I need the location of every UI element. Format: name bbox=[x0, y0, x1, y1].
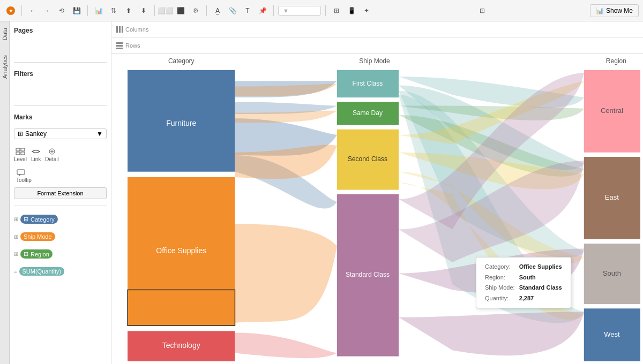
cursor-icon: ↖ bbox=[479, 283, 485, 291]
tooltip-icon-row: Tooltip bbox=[16, 169, 107, 183]
chart-type-button[interactable]: 📊 bbox=[92, 4, 105, 17]
highlight-button[interactable]: A̲ bbox=[211, 4, 224, 17]
swap-button[interactable]: ⇅ bbox=[107, 4, 120, 17]
pages-area bbox=[14, 40, 107, 56]
pages-title: Pages bbox=[14, 26, 107, 35]
show-me-button[interactable]: 📊 Show Me bbox=[590, 4, 639, 17]
marks-type-dropdown[interactable]: ⊞ Sankey ▼ bbox=[14, 128, 107, 139]
sankey-icon: ⊞ bbox=[18, 130, 23, 138]
sidebar-tabs: Data Analytics bbox=[0, 21, 10, 364]
marks-icons-group: Level Link Detail bbox=[14, 148, 107, 162]
svg-rect-4 bbox=[21, 148, 25, 151]
sep1 bbox=[21, 5, 22, 16]
svg-rect-2 bbox=[16, 148, 20, 151]
svg-text:✦: ✦ bbox=[9, 8, 13, 14]
annotation-button[interactable]: 📎 bbox=[226, 4, 239, 17]
pin-button[interactable]: 📌 bbox=[256, 4, 269, 17]
back-button[interactable]: ← bbox=[26, 4, 39, 17]
dropdown-arrow: ▼ bbox=[96, 130, 103, 138]
flow-standard-west bbox=[399, 312, 584, 355]
tooltip-button[interactable]: Tooltip bbox=[16, 169, 107, 183]
ship-mode-pill-icon: ⊞ bbox=[14, 234, 18, 240]
region-pill-label: Region bbox=[31, 251, 49, 257]
rows-text: Rows bbox=[125, 42, 140, 49]
link-button[interactable]: Link bbox=[31, 148, 41, 162]
text-button[interactable]: T bbox=[241, 4, 254, 17]
layout-button[interactable]: ⬛ bbox=[174, 4, 187, 17]
region-pill-cross: ⊞ bbox=[24, 251, 28, 257]
svg-rect-11 bbox=[116, 26, 118, 33]
flow-office-standard-class bbox=[235, 224, 337, 323]
columns-shelf: Columns bbox=[111, 21, 643, 37]
marks-title: Marks bbox=[14, 112, 107, 122]
format-extension-button[interactable]: Format Extension bbox=[14, 187, 107, 199]
west-label: West bbox=[604, 330, 620, 338]
main-layout: Data Analytics Pages Filters Marks ⊞ San… bbox=[0, 21, 643, 364]
filters-title: Filters bbox=[14, 69, 107, 79]
svg-marker-10 bbox=[19, 175, 20, 176]
divider2 bbox=[14, 105, 107, 106]
svg-rect-13 bbox=[122, 26, 123, 33]
filters-area bbox=[14, 83, 107, 99]
rows-label: Rows bbox=[116, 42, 148, 49]
region-pill[interactable]: ⊞ Region bbox=[20, 249, 53, 259]
sort-asc-button[interactable]: ⬆ bbox=[122, 4, 135, 17]
detail-button[interactable]: Detail bbox=[45, 148, 59, 162]
standard-class-label: Standard Class bbox=[346, 271, 390, 278]
left-panel: Pages Filters Marks ⊞ Sankey ▼ Level Lin… bbox=[10, 21, 111, 364]
category-pill-cross: ⊞ bbox=[24, 216, 28, 223]
second-class-label: Second Class bbox=[348, 155, 387, 163]
svg-rect-9 bbox=[17, 170, 25, 175]
sep4 bbox=[206, 5, 207, 16]
save-button[interactable]: 💾 bbox=[70, 4, 83, 17]
first-class-label: First Class bbox=[353, 80, 383, 87]
office-supplies-label: Office Supplies bbox=[156, 246, 206, 255]
quantity-pill[interactable]: SUM(Quantity) bbox=[19, 267, 65, 276]
svg-rect-12 bbox=[119, 26, 121, 33]
central-label: Central bbox=[601, 107, 623, 115]
logo-icon[interactable]: ✦ bbox=[4, 4, 17, 17]
show-me-label: Show Me bbox=[606, 7, 633, 14]
nav-group: ← → bbox=[26, 4, 53, 17]
group-button[interactable]: ⬜⬜ bbox=[159, 4, 172, 17]
svg-rect-3 bbox=[16, 152, 20, 155]
ship-mode-pill-label: Ship Mode bbox=[24, 233, 52, 240]
sep6 bbox=[325, 5, 326, 16]
chart-icon: 📊 bbox=[596, 7, 604, 14]
region-pill-row: ⊞ ⊞ Region bbox=[14, 248, 107, 260]
grid-button[interactable]: ⊞ bbox=[330, 4, 343, 17]
device-button[interactable]: 📱 bbox=[345, 4, 358, 17]
link-label: Link bbox=[31, 156, 41, 162]
viz-area: Category Ship Mode Region Furniture Offi… bbox=[111, 54, 643, 364]
tooltip-label: Tooltip bbox=[16, 177, 32, 183]
forward-button[interactable]: → bbox=[40, 4, 53, 17]
east-label: East bbox=[605, 193, 619, 201]
svg-rect-16 bbox=[116, 48, 123, 49]
svg-rect-14 bbox=[116, 42, 123, 44]
analytics-tab[interactable]: Analytics bbox=[1, 53, 9, 81]
columns-label: Columns bbox=[116, 26, 148, 33]
quantity-pill-icon: ≈ bbox=[14, 269, 17, 275]
quantity-pill-row: ≈ SUM(Quantity) bbox=[14, 266, 107, 277]
present-button[interactable]: ⊡ bbox=[476, 4, 489, 17]
filter-dropdown[interactable]: ▼ bbox=[278, 6, 321, 16]
sort-desc-button[interactable]: ⬇ bbox=[137, 4, 150, 17]
undo-button[interactable]: ⟲ bbox=[55, 4, 68, 17]
ship-mode-pill[interactable]: Ship Mode bbox=[20, 232, 55, 241]
quantity-pill-label: SUM(Quantity) bbox=[23, 268, 62, 275]
south-label: South bbox=[603, 269, 621, 277]
level-button[interactable]: Level bbox=[14, 148, 27, 162]
marks-type-label: Sankey bbox=[25, 130, 47, 138]
share-button[interactable]: ✦ bbox=[360, 4, 373, 17]
data-tab[interactable]: Data bbox=[1, 26, 9, 42]
ship-mode-header: Ship Mode bbox=[359, 57, 390, 65]
technology-label: Technology bbox=[162, 341, 201, 350]
category-pill[interactable]: ⊞ Category bbox=[20, 215, 58, 224]
fix-button[interactable]: ⚙ bbox=[189, 4, 202, 17]
svg-rect-5 bbox=[21, 152, 25, 155]
content-area: Columns Rows Category Ship Mode Region F… bbox=[111, 21, 643, 364]
ship-mode-pill-row: ⊞ Ship Mode bbox=[14, 231, 107, 242]
sankey-chart[interactable]: Category Ship Mode Region Furniture Offi… bbox=[111, 54, 643, 364]
flow-tech-standard-class bbox=[235, 332, 337, 358]
divider1 bbox=[14, 62, 107, 63]
